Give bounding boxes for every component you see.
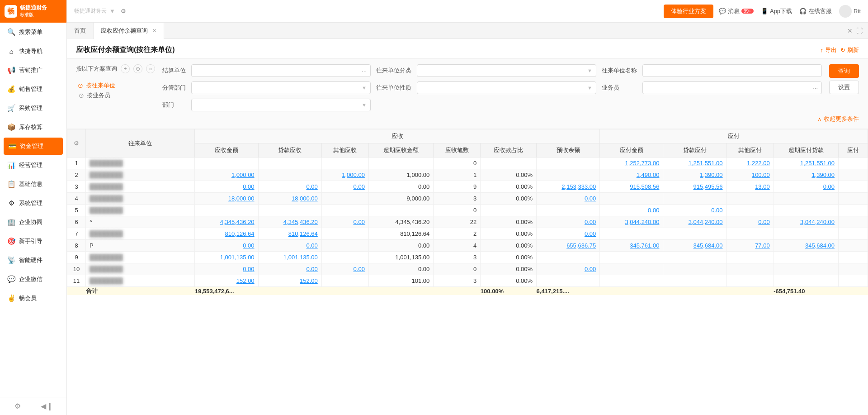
row-ar-amount[interactable]: 4,345,436.20 xyxy=(195,216,258,228)
row-loan-ar[interactable]: 152.00 xyxy=(258,275,321,287)
row-other-ap[interactable]: 77.00 xyxy=(726,240,774,252)
col-settings[interactable]: ⚙ xyxy=(67,129,86,157)
row-ap-amount[interactable]: 915,508.56 xyxy=(600,181,663,193)
unit-nature-select[interactable]: ▼ xyxy=(417,81,596,94)
sidebar-item-enterprise[interactable]: 🏢 企业协同 xyxy=(0,213,66,232)
row-loan-ar[interactable]: 0.00 xyxy=(258,263,321,275)
row-ar-amount[interactable]: 0.00 xyxy=(195,240,258,252)
row-ap-amount[interactable] xyxy=(600,263,663,275)
sidebar-item-inventory[interactable]: 📦 库存核算 xyxy=(0,118,66,137)
sidebar-item-basic[interactable]: 📋 基础信息 xyxy=(0,175,66,194)
row-overdue-ap[interactable] xyxy=(774,252,838,263)
row-loan-ap[interactable] xyxy=(663,193,726,205)
scheme-by-unit[interactable]: ⊙ 按往来单位 xyxy=(78,81,155,90)
tab-home[interactable]: 首页 xyxy=(67,23,94,39)
row-loan-ap[interactable]: 345,684.00 xyxy=(663,240,726,252)
gear-icon-header[interactable]: ⚙ xyxy=(121,8,126,14)
row-ar-amount[interactable]: 152.00 xyxy=(195,275,258,287)
dept-select[interactable]: ▼ xyxy=(191,99,371,111)
row-ap-amount[interactable] xyxy=(600,228,663,240)
row-loan-ar[interactable] xyxy=(258,205,321,216)
sidebar-item-operations[interactable]: 📊 经营管理 xyxy=(0,156,66,175)
row-loan-ap[interactable] xyxy=(663,228,726,240)
transaction-category-select[interactable]: ▼ xyxy=(417,64,596,77)
row-overdue-ap[interactable]: 0.00 xyxy=(774,181,838,193)
transaction-name-input[interactable] xyxy=(642,64,822,77)
row-ar-amount[interactable]: 1,000.00 xyxy=(195,169,258,181)
sidebar-item-sales[interactable]: 💰 销售管理 xyxy=(0,80,66,99)
row-loan-ap[interactable]: 3,044,240.00 xyxy=(663,216,726,228)
row-overdue-ap[interactable]: 1,251,551.00 xyxy=(774,157,838,169)
export-button[interactable]: ↑ 导出 xyxy=(821,46,837,54)
row-loan-ap[interactable]: 1,251,551.00 xyxy=(663,157,726,169)
row-overdue-ap[interactable] xyxy=(774,193,838,205)
row-prepaid[interactable]: 655,636.75 xyxy=(537,240,600,252)
row-overdue-ap[interactable] xyxy=(774,263,838,275)
row-ar-amount[interactable]: 1,001,135.00 xyxy=(195,252,258,263)
row-other-ap[interactable] xyxy=(726,252,774,263)
row-other-ar[interactable]: 0.00 xyxy=(321,216,368,228)
row-ap-amount[interactable]: 1,252,773.00 xyxy=(600,157,663,169)
row-prepaid[interactable]: 0.00 xyxy=(537,263,600,275)
row-ar-amount[interactable]: 810,126.64 xyxy=(195,228,258,240)
row-ap-amount[interactable]: 1,490.00 xyxy=(600,169,663,181)
sidebar-item-quick-nav[interactable]: ⌂ 快捷导航 xyxy=(0,42,66,61)
row-ar-amount[interactable]: 0.00 xyxy=(195,181,258,193)
row-other-ar[interactable]: 0.00 xyxy=(321,181,368,193)
row-prepaid[interactable] xyxy=(537,252,600,263)
row-other-ar[interactable]: 0.00 xyxy=(321,263,368,275)
sidebar-item-guide[interactable]: 🎯 新手引导 xyxy=(0,232,66,251)
user-action[interactable]: Rit xyxy=(839,5,861,18)
row-loan-ap[interactable] xyxy=(663,252,726,263)
row-other-ap[interactable]: 0.00 xyxy=(726,216,774,228)
sidebar-item-member[interactable]: ✌ 畅会员 xyxy=(0,289,66,308)
row-other-ap[interactable]: 13.00 xyxy=(726,181,774,193)
sidebar-item-search-menu[interactable]: 🔍 搜索菜单 xyxy=(0,23,66,42)
row-prepaid[interactable]: 0.00 xyxy=(537,216,600,228)
row-loan-ar[interactable]: 18,000.00 xyxy=(258,193,321,205)
row-overdue-ap[interactable]: 1,390.00 xyxy=(774,169,838,181)
scheme-arrow-button[interactable]: « xyxy=(146,64,155,73)
row-loan-ar[interactable]: 810,126.64 xyxy=(258,228,321,240)
row-prepaid[interactable]: 0.00 xyxy=(537,228,600,240)
row-loan-ap[interactable]: 0.00 xyxy=(663,205,726,216)
row-other-ar[interactable]: 1,000.00 xyxy=(321,169,368,181)
row-overdue-ap[interactable]: 3,044,240.00 xyxy=(774,216,838,228)
row-other-ap[interactable] xyxy=(726,193,774,205)
row-other-ar[interactable] xyxy=(321,228,368,240)
row-other-ar[interactable] xyxy=(321,275,368,287)
row-ar-amount[interactable]: 0.00 xyxy=(195,263,258,275)
row-loan-ar[interactable]: 4,345,436.20 xyxy=(258,216,321,228)
tab-close-window-icon[interactable]: ✕ xyxy=(847,27,853,34)
row-loan-ar[interactable]: 1,001,135.00 xyxy=(258,252,321,263)
row-other-ar[interactable] xyxy=(321,193,368,205)
table-container[interactable]: ⚙ 往来单位 应收 应付 应收金额 贷款应收 其他应收 超期应收金额 应收笔数 … xyxy=(67,129,868,415)
row-loan-ar[interactable] xyxy=(258,157,321,169)
row-other-ap[interactable] xyxy=(726,263,774,275)
row-ar-amount[interactable] xyxy=(195,205,258,216)
salesman-input[interactable]: ··· xyxy=(642,81,822,94)
row-ap-amount[interactable] xyxy=(600,275,663,287)
sidebar-item-purchase[interactable]: 🛒 采购管理 xyxy=(0,99,66,118)
row-prepaid[interactable] xyxy=(537,205,600,216)
row-other-ap[interactable] xyxy=(726,205,774,216)
settings-bottom-icon[interactable]: ⚙ xyxy=(14,402,21,410)
row-other-ar[interactable] xyxy=(321,252,368,263)
row-prepaid[interactable]: 2,153,333.00 xyxy=(537,181,600,193)
refresh-button[interactable]: ↻ 刷新 xyxy=(840,46,859,54)
service-action[interactable]: 🎧 在线客服 xyxy=(799,7,832,15)
row-prepaid[interactable] xyxy=(537,169,600,181)
row-overdue-ap[interactable] xyxy=(774,205,838,216)
sidebar-item-hardware[interactable]: 📡 智能硬件 xyxy=(0,251,66,270)
tab-ar-ap-balance[interactable]: 应收应付余额查询 ✕ xyxy=(94,23,164,39)
row-prepaid[interactable] xyxy=(537,275,600,287)
sidebar-item-marketing[interactable]: 📢 营销推广 xyxy=(0,61,66,80)
settings-button[interactable]: 设置 xyxy=(829,81,859,94)
row-loan-ar[interactable]: 0.00 xyxy=(258,240,321,252)
row-other-ar[interactable] xyxy=(321,205,368,216)
sidebar-item-wechat[interactable]: 💬 企业微信 xyxy=(0,270,66,289)
row-ar-amount[interactable]: 18,000.00 xyxy=(195,193,258,205)
tab-close-icon[interactable]: ✕ xyxy=(152,28,156,33)
collapse-more-button[interactable]: ∧ 收起更多条件 xyxy=(817,115,859,123)
promo-button[interactable]: 体验行业方案 xyxy=(664,5,713,18)
